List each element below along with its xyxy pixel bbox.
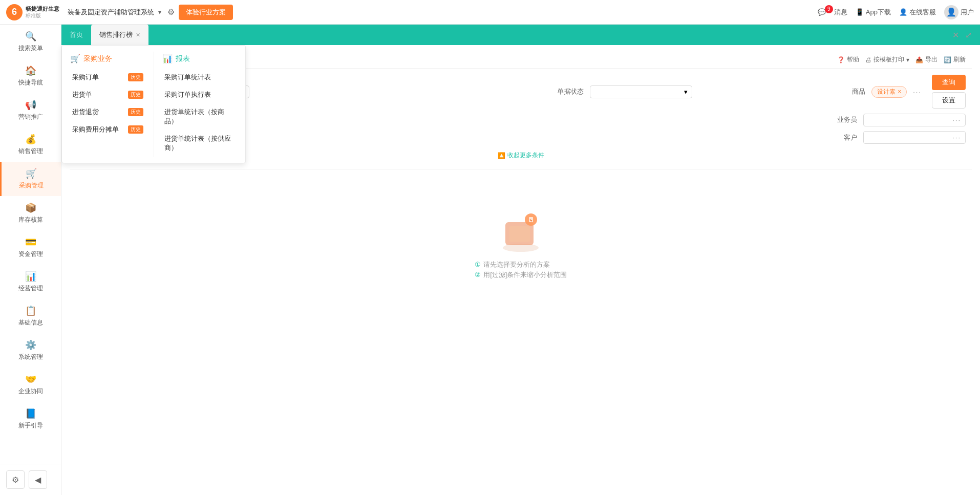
sidebar-item-sales[interactable]: 💰 销售管理 bbox=[0, 127, 61, 162]
col-procurement-header: 🛒 采购业务 bbox=[70, 52, 145, 69]
salesman-input[interactable]: ··· bbox=[863, 114, 966, 126]
settings-btn[interactable]: 设置 bbox=[932, 92, 966, 109]
tab-close-btn[interactable]: ✕ bbox=[136, 32, 140, 38]
dropdown-columns: 🛒 采购业务 采购订单 历史 进货单 历史 进货退货 历史 采购费用分摊单 历史 bbox=[62, 52, 245, 157]
svg-rect-2 bbox=[509, 226, 530, 242]
sidebar-item-procurement[interactable]: 🛒 采购管理 bbox=[0, 162, 61, 196]
doc-status-chevron: ▾ bbox=[684, 88, 688, 96]
logo-area: 6 畅捷通好生意 标准版 bbox=[6, 4, 68, 20]
goods-tag-remove[interactable]: × bbox=[898, 88, 901, 95]
basic-info-icon: 📋 bbox=[25, 305, 36, 316]
collapse-up-icon: 🔼 bbox=[498, 152, 505, 159]
home-icon: 🏠 bbox=[25, 65, 36, 76]
message-badge: 9 bbox=[825, 5, 833, 13]
menu-item-report-2[interactable]: 采购订单执行表 bbox=[162, 86, 238, 103]
system-name: 装备及固定资产辅助管理系统 bbox=[68, 8, 154, 17]
sidebar-item-inventory[interactable]: 📦 库存核算 bbox=[0, 196, 61, 230]
history-badge-0: 历史 bbox=[128, 73, 143, 81]
help-btn[interactable]: ❓ 帮助 bbox=[837, 55, 859, 64]
sidebar-item-marketing[interactable]: 📢 营销推广 bbox=[0, 93, 61, 127]
sidebar-settings-btn[interactable]: ⚙ bbox=[6, 470, 25, 489]
guide-icon: 📘 bbox=[25, 408, 36, 419]
history-badge-3: 历史 bbox=[128, 125, 143, 134]
logo-icon: 6 bbox=[6, 4, 23, 20]
tab-bar-close-btn[interactable]: ✕ bbox=[952, 30, 959, 40]
search-icon: 🔍 bbox=[25, 31, 36, 42]
collapse-icon: ◀ bbox=[35, 475, 41, 485]
header-right: 💬 9 消息 📱 App下载 👤 在线客服 👤 用户 bbox=[818, 5, 974, 19]
tab-sales-rank[interactable]: 销售排行榜 ✕ bbox=[91, 25, 148, 45]
logo-text: 畅捷通好生意 标准版 bbox=[26, 5, 59, 19]
top-header: 6 畅捷通好生意 标准版 装备及固定资产辅助管理系统 ▾ ⚙ 体验行业方案 💬 … bbox=[0, 0, 980, 25]
settings-icon: ⚙ bbox=[12, 475, 19, 485]
menu-item-purchase-order[interactable]: 采购订单 历史 bbox=[70, 69, 145, 86]
empty-text: ① 请先选择要分析的方案 ② 用[过滤]条件来缩小分析范围 bbox=[475, 259, 567, 281]
menu-item-incoming[interactable]: 进货单 历史 bbox=[70, 86, 145, 103]
print-icon: 🖨 bbox=[865, 56, 871, 63]
sidebar-item-operations[interactable]: 📊 经营管理 bbox=[0, 265, 61, 299]
customer-more-btn[interactable]: ··· bbox=[952, 134, 961, 141]
system-icon: ⚙️ bbox=[25, 339, 36, 351]
procurement-icon: 🛒 bbox=[26, 168, 37, 179]
col-procurement-icon: 🛒 bbox=[70, 54, 80, 63]
sidebar: 🔍 搜索菜单 🏠 快捷导航 📢 营销推广 💰 销售管理 🛒 采购管理 📦 库存核… bbox=[0, 25, 61, 495]
system-dropdown-btn[interactable]: ▾ bbox=[158, 9, 161, 16]
app-download-btn[interactable]: 📱 App下载 bbox=[856, 8, 891, 17]
customer-input[interactable]: ··· bbox=[863, 131, 966, 144]
export-btn[interactable]: 📤 导出 bbox=[915, 55, 938, 64]
dropdown-col-reports: 📊 报表 采购订单统计表 采购订单执行表 进货单统计表（按商品） 进货单统计表（… bbox=[154, 52, 246, 157]
goods-label: 商品 bbox=[852, 87, 865, 96]
gear-icon[interactable]: ⚙ bbox=[167, 7, 175, 17]
svg-rect-4 bbox=[529, 217, 533, 222]
print-chevron: ▾ bbox=[906, 56, 909, 63]
messages-btn[interactable]: 💬 9 消息 bbox=[818, 8, 847, 17]
menu-item-report-4[interactable]: 进货单统计表（按供应商） bbox=[162, 130, 238, 157]
avatar: 👤 bbox=[944, 5, 958, 19]
menu-item-report-1[interactable]: 采购订单统计表 bbox=[162, 69, 238, 86]
help-icon: ❓ bbox=[837, 56, 845, 63]
operations-icon: 📊 bbox=[25, 271, 36, 282]
header-center: 装备及固定资产辅助管理系统 ▾ ⚙ 体验行业方案 bbox=[68, 5, 818, 20]
industry-btn[interactable]: 体验行业方案 bbox=[179, 5, 233, 20]
customer-label: 客户 bbox=[844, 133, 857, 142]
online-service-btn[interactable]: 👤 在线客服 bbox=[899, 8, 936, 17]
print-btn[interactable]: 🖨 按模板打印 ▾ bbox=[865, 55, 909, 64]
sidebar-item-guide[interactable]: 📘 新手引导 bbox=[0, 402, 61, 436]
sidebar-item-search[interactable]: 🔍 搜索菜单 bbox=[0, 25, 61, 59]
inventory-icon: 📦 bbox=[25, 202, 36, 213]
salesman-label: 业务员 bbox=[837, 115, 857, 124]
empty-state: ① 请先选择要分析的方案 ② 用[过滤]条件来缩小分析范围 bbox=[70, 169, 972, 323]
sidebar-bottom: ⚙ ◀ bbox=[0, 464, 61, 495]
empty-icon bbox=[495, 212, 546, 253]
goods-tag: 设计素 × bbox=[871, 86, 907, 98]
sidebar-collapse-btn[interactable]: ◀ bbox=[29, 470, 47, 489]
history-badge-2: 历史 bbox=[128, 108, 143, 116]
sidebar-item-basic-info[interactable]: 📋 基础信息 bbox=[0, 299, 61, 333]
tab-bar-maximize-btn[interactable]: ⤢ bbox=[965, 30, 972, 40]
menu-item-expense[interactable]: 采购费用分摊单 历史 bbox=[70, 121, 145, 138]
tab-home[interactable]: 首页 bbox=[61, 25, 91, 45]
sidebar-item-enterprise[interactable]: 🤝 企业协同 bbox=[0, 368, 61, 402]
col-reports-header: 📊 报表 bbox=[162, 52, 238, 69]
refresh-icon: 🔄 bbox=[944, 56, 951, 63]
tab-bar: 首页 销售排行榜 ✕ ✕ ⤢ bbox=[61, 25, 980, 45]
service-icon: 👤 bbox=[899, 8, 907, 16]
menu-item-return[interactable]: 进货退货 历史 bbox=[70, 103, 145, 121]
col-reports-icon: 📊 bbox=[162, 54, 173, 63]
doc-status-input[interactable]: ▾ bbox=[590, 85, 692, 98]
marketing-icon: 📢 bbox=[25, 99, 36, 111]
sidebar-item-capital[interactable]: 💳 资金管理 bbox=[0, 230, 61, 265]
sidebar-item-system[interactable]: ⚙️ 系统管理 bbox=[0, 333, 61, 368]
dropdown-col-procurement: 🛒 采购业务 采购订单 历史 进货单 历史 进货退货 历史 采购费用分摊单 历史 bbox=[62, 52, 154, 157]
user-btn[interactable]: 👤 用户 bbox=[944, 5, 974, 19]
sidebar-item-quick-nav[interactable]: 🏠 快捷导航 bbox=[0, 59, 61, 93]
goods-more-btn[interactable]: ··· bbox=[913, 88, 922, 96]
sales-icon: 💰 bbox=[25, 134, 36, 145]
salesman-more-btn[interactable]: ··· bbox=[952, 116, 961, 124]
history-badge-1: 历史 bbox=[128, 91, 143, 99]
phone-icon: 📱 bbox=[856, 8, 864, 16]
menu-item-report-3[interactable]: 进货单统计表（按商品） bbox=[162, 103, 238, 130]
refresh-btn[interactable]: 🔄 刷新 bbox=[944, 55, 966, 64]
dropdown-menu: 🛒 采购业务 采购订单 历史 进货单 历史 进货退货 历史 采购费用分摊单 历史 bbox=[61, 45, 246, 163]
query-btn[interactable]: 查询 bbox=[932, 75, 966, 90]
